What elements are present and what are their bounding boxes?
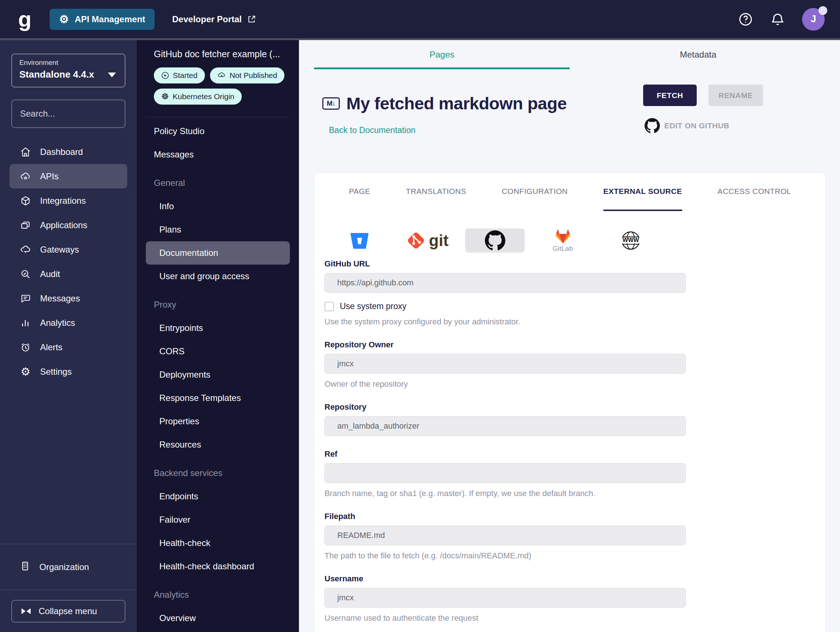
sidebar-item-applications[interactable]: Applications xyxy=(0,213,137,237)
avatar-status-dot xyxy=(818,6,827,15)
environment-selector[interactable]: Environment Standalone 4.4.x xyxy=(11,54,125,87)
user-avatar[interactable]: J xyxy=(802,8,825,31)
svg-text:WWW: WWW xyxy=(622,237,639,243)
repository-owner-field-group: Repository Owner Owner of the repository xyxy=(324,340,686,389)
git-icon xyxy=(406,230,426,251)
repository-owner-input[interactable] xyxy=(324,354,686,374)
help-icon[interactable] xyxy=(738,12,753,27)
repository-input[interactable] xyxy=(324,416,686,436)
menu-item-health-check[interactable]: Health-check xyxy=(137,531,299,555)
menu-item-overview[interactable]: Overview xyxy=(137,607,299,630)
sidebar-item-label: Settings xyxy=(40,367,72,377)
edit-on-github-link[interactable]: EDIT ON GITHUB xyxy=(644,118,729,133)
tab-access-control[interactable]: ACCESS CONTROL xyxy=(717,173,791,211)
sidebar-search[interactable] xyxy=(11,99,125,128)
alarm-clock-icon xyxy=(20,342,32,353)
rename-button[interactable]: RENAME xyxy=(708,85,763,106)
collapse-menu-label: Collapse menu xyxy=(39,606,97,616)
notifications-bell-icon[interactable] xyxy=(770,12,785,27)
source-www[interactable]: WWW xyxy=(601,229,660,252)
username-label: Username xyxy=(324,574,363,583)
tab-external-source[interactable]: EXTERNAL SOURCE xyxy=(603,173,682,211)
ref-input[interactable] xyxy=(324,463,686,483)
menu-item-info[interactable]: Info xyxy=(137,195,299,218)
filepath-input[interactable] xyxy=(324,526,686,545)
menu-item-health-check-dashboard[interactable]: Health-check dashboard xyxy=(137,555,299,578)
sidebar-item-dashboard[interactable]: Dashboard xyxy=(0,140,137,164)
gear-icon: ⚙ xyxy=(59,14,69,25)
sidebar-item-integrations[interactable]: Integrations xyxy=(0,188,137,213)
gear-icon: ⚙ xyxy=(20,366,32,378)
app-window: g ⚙ API Management Developer Portal J En… xyxy=(0,0,840,632)
menu-item-policy-studio[interactable]: Policy Studio xyxy=(137,120,299,143)
menu-item-entrypoints[interactable]: Entrypoints xyxy=(137,316,299,340)
github-url-input[interactable] xyxy=(324,273,686,293)
github-url-field-group: GitHub URL xyxy=(324,259,686,293)
menu-item-plans[interactable]: Plans xyxy=(137,218,299,241)
menu-item-properties[interactable]: Properties xyxy=(137,410,299,433)
sidebar-item-messages[interactable]: Messages xyxy=(0,286,137,310)
sidebar-item-apis[interactable]: APIs xyxy=(9,164,127,188)
back-to-documentation-link[interactable]: Back to Documentation xyxy=(329,125,415,135)
building-icon xyxy=(20,561,31,574)
use-system-proxy-checkbox[interactable] xyxy=(324,302,334,311)
menu-item-failover[interactable]: Failover xyxy=(137,508,299,531)
page-editor-card: PAGE TRANSLATIONS CONFIGURATION EXTERNAL… xyxy=(314,172,826,632)
menu-item-endpoints[interactable]: Endpoints xyxy=(137,485,299,508)
sidebar-item-label: Audit xyxy=(40,269,60,279)
menu-item-documentation[interactable]: Documentation xyxy=(146,241,290,265)
ref-helper: Branch name, tag or sha1 (e.g. master). … xyxy=(324,489,686,498)
source-bitbucket[interactable] xyxy=(330,229,389,252)
sidebar-item-label: Alerts xyxy=(40,342,62,353)
sidebar-item-settings[interactable]: ⚙ Settings xyxy=(0,359,137,384)
kubernetes-wheel-icon: ☸ xyxy=(161,92,169,101)
sidebar-item-alerts[interactable]: Alerts xyxy=(0,335,137,359)
sidebar-item-label: APIs xyxy=(40,171,59,181)
username-input[interactable] xyxy=(324,588,686,608)
api-management-button[interactable]: ⚙ API Management xyxy=(50,9,155,30)
filepath-helper: The path to the file to fetch (e.g. /doc… xyxy=(324,551,686,561)
home-icon xyxy=(20,146,32,158)
menu-section-general: General xyxy=(137,171,299,195)
menu-item-resources[interactable]: Resources xyxy=(137,433,299,456)
fetch-button[interactable]: FETCH xyxy=(643,85,697,106)
sidebar-item-audit[interactable]: Audit xyxy=(0,262,137,286)
environment-label: Environment xyxy=(19,59,117,67)
cloud-gear-icon xyxy=(20,170,32,182)
bitbucket-icon xyxy=(349,230,370,251)
menu-item-cors[interactable]: CORS xyxy=(137,340,299,363)
source-github[interactable] xyxy=(465,229,525,252)
sidebar-item-label: Dashboard xyxy=(40,147,83,157)
menu-section-analytics: Analytics xyxy=(137,583,299,607)
username-helper: Username used to authenticate the reques… xyxy=(324,613,686,623)
api-management-label: API Management xyxy=(75,14,145,24)
use-system-proxy-row[interactable]: Use system proxy xyxy=(324,301,686,311)
menu-item-deployments[interactable]: Deployments xyxy=(137,363,299,386)
collapse-icon xyxy=(22,608,31,614)
sidebar-item-analytics[interactable]: Analytics xyxy=(0,310,137,335)
tab-configuration[interactable]: CONFIGURATION xyxy=(502,173,568,211)
sidebar-item-organization[interactable]: Organization xyxy=(0,544,137,590)
tab-page[interactable]: PAGE xyxy=(349,173,370,211)
collapse-menu-button[interactable]: Collapse menu xyxy=(11,600,125,623)
developer-portal-link[interactable]: Developer Portal xyxy=(172,14,256,24)
github-url-label: GitHub URL xyxy=(324,259,370,268)
search-input[interactable] xyxy=(20,109,133,119)
menu-item-response-templates[interactable]: Response Templates xyxy=(137,386,299,410)
gravitee-logo[interactable]: g xyxy=(15,6,34,32)
tab-pages[interactable]: Pages xyxy=(314,40,570,69)
sidebar-item-label: Integrations xyxy=(40,196,86,206)
markdown-icon: M↓ xyxy=(322,97,340,110)
menu-item-messages[interactable]: Messages xyxy=(137,143,299,166)
source-gitlab[interactable]: GitLab xyxy=(533,229,592,252)
menu-item-logs[interactable]: Logs xyxy=(137,630,299,632)
chat-icon xyxy=(20,293,32,304)
menu-item-user-and-group-access[interactable]: User and group access xyxy=(137,265,299,288)
api-submenu: GitHub doc fetcher example (... Started … xyxy=(137,40,299,632)
source-git[interactable]: git xyxy=(397,229,457,252)
tab-metadata[interactable]: Metadata xyxy=(570,40,826,69)
sidebar-item-gateways[interactable]: Gateways xyxy=(0,237,137,262)
tab-translations[interactable]: TRANSLATIONS xyxy=(406,173,466,211)
github-octocat-icon xyxy=(485,230,505,251)
environment-value: Standalone 4.4.x xyxy=(19,69,117,80)
